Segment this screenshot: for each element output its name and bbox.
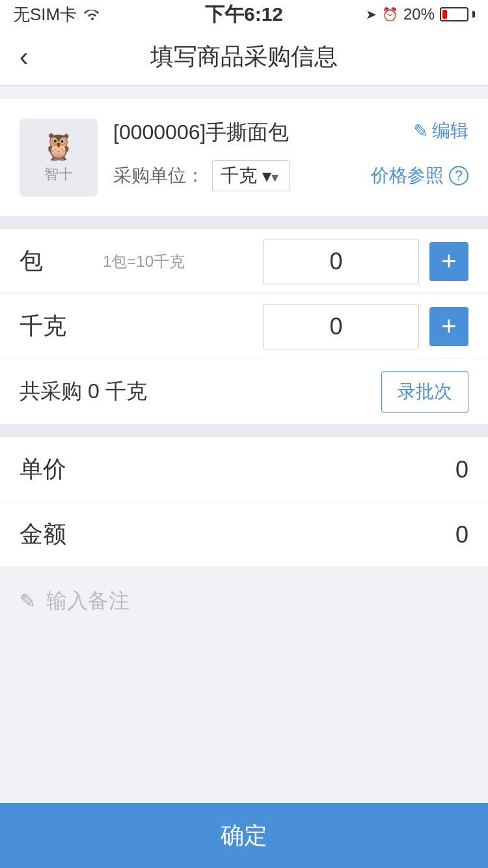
battery-percent: 20%	[403, 5, 435, 23]
amount-row: 金额 0	[0, 502, 488, 567]
alarm-icon: ⏰	[382, 7, 398, 22]
nav-bar: ‹ 填写商品采购信息	[0, 29, 488, 86]
note-section[interactable]: ✎ 输入备注	[0, 567, 488, 763]
confirm-label: 确定	[221, 820, 267, 852]
pencil-icon: ✎	[20, 590, 36, 612]
total-amount: 0	[88, 379, 100, 403]
kg-input-row: 千克 +	[0, 294, 488, 359]
amount-value: 0	[455, 521, 468, 549]
bag-input-wrapper: +	[263, 239, 468, 284]
unit-price-label: 单价	[20, 454, 455, 485]
product-name: [0000006]手撕面包	[113, 118, 413, 147]
back-button[interactable]: ‹	[20, 42, 28, 72]
product-meta: 采购单位： 千克 ▾ 价格参照 ?	[113, 160, 468, 191]
bag-plus-button[interactable]: +	[429, 242, 468, 281]
kg-label: 千克	[20, 310, 98, 342]
no-sim-text: 无SIM卡	[13, 3, 77, 26]
battery-indicator	[440, 7, 475, 21]
product-image: 🦉 智十	[20, 118, 98, 197]
divider-2	[0, 424, 488, 437]
unit-selector: 采购单位： 千克 ▾	[113, 160, 290, 191]
edit-label: 编辑	[432, 118, 468, 143]
bag-input[interactable]	[263, 239, 419, 284]
product-header: [0000006]手撕面包 ✎ 编辑	[113, 118, 468, 147]
price-ref-help-icon: ?	[449, 166, 468, 185]
unit-value: 千克	[221, 163, 257, 188]
total-prefix: 共采购	[20, 379, 82, 403]
price-ref-label: 价格参照	[371, 163, 444, 188]
total-unit: 千克	[105, 379, 147, 403]
confirm-button[interactable]: 确定	[0, 803, 488, 868]
page-title: 填写商品采购信息	[150, 41, 338, 73]
bag-input-row: 包 1包=10千克 +	[0, 229, 488, 294]
amount-label: 金额	[20, 519, 455, 550]
edit-icon: ✎	[413, 120, 428, 142]
status-left: 无SIM卡	[13, 3, 102, 26]
bag-sublabel: 1包=10千克	[103, 251, 263, 272]
wifi-icon	[83, 5, 102, 25]
unit-price-row: 单价 0	[0, 437, 488, 502]
note-placeholder: 输入备注	[46, 587, 129, 616]
total-row: 共采购 0 千克 录批次	[0, 359, 488, 424]
product-info: [0000006]手撕面包 ✎ 编辑 采购单位： 千克 ▾ 价格参照 ?	[113, 118, 468, 191]
total-text: 共采购 0 千克	[20, 377, 381, 406]
kg-input[interactable]	[263, 304, 419, 349]
chevron-down-icon: ▾	[262, 165, 278, 187]
status-right: ➤ ⏰ 20%	[366, 5, 475, 23]
product-image-label: 智十	[44, 165, 73, 184]
bag-label: 包	[20, 245, 98, 277]
product-card: 🦉 智十 [0000006]手撕面包 ✎ 编辑 采购单位： 千克 ▾ 价格参照 …	[0, 99, 488, 216]
kg-input-wrapper: +	[263, 304, 468, 349]
kg-plus-button[interactable]: +	[429, 307, 468, 346]
location-icon: ➤	[366, 7, 377, 22]
divider-1	[0, 216, 488, 229]
unit-dropdown[interactable]: 千克 ▾	[212, 160, 290, 191]
batch-button[interactable]: 录批次	[381, 371, 468, 413]
edit-button[interactable]: ✎ 编辑	[413, 118, 468, 143]
unit-price-value: 0	[455, 456, 468, 483]
unit-prefix-label: 采购单位：	[113, 163, 204, 188]
status-time: 下午6:12	[205, 1, 283, 28]
price-ref-button[interactable]: 价格参照 ?	[371, 163, 468, 188]
status-bar: 无SIM卡 下午6:12 ➤ ⏰ 20%	[0, 0, 488, 29]
owl-icon: 🦉	[42, 131, 75, 162]
